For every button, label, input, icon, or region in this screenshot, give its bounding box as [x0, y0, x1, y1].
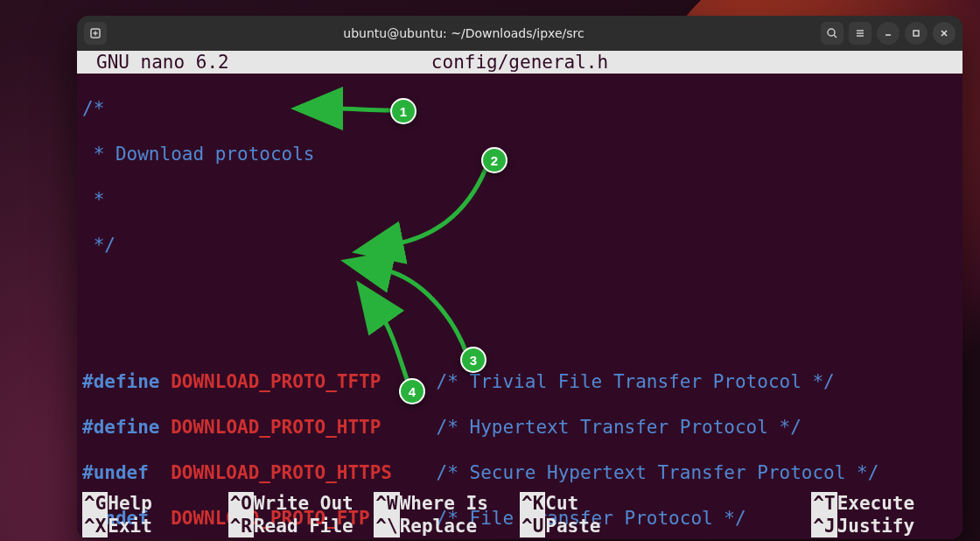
search-button[interactable] — [821, 22, 844, 45]
shortcut-whereis: ^W Where Is — [374, 492, 520, 515]
menu-button[interactable] — [849, 22, 872, 45]
shortcut-exit: ^X Exit — [82, 515, 228, 537]
shortcut-help: ^G Help — [82, 492, 228, 515]
shortcut-writeout: ^O Write Out — [228, 492, 374, 515]
nano-header: GNU nano 6.2 config/general.h — [77, 51, 962, 74]
shortcut-justify: ^J Justify — [811, 515, 957, 537]
terminal-window: ubuntu@ubuntu: ~/Downloads/ipxe/src GNU … — [77, 16, 962, 539]
shortcut-replace: ^\ Replace — [374, 515, 520, 537]
minimize-button[interactable] — [877, 22, 900, 45]
maximize-button[interactable] — [905, 22, 928, 45]
svg-rect-9 — [914, 31, 919, 36]
new-tab-button[interactable] — [84, 22, 107, 45]
shortcut-paste: ^U Paste — [520, 515, 666, 537]
svg-line-4 — [834, 35, 836, 38]
nano-shortcut-bar: ^G Help ^O Write Out ^W Where Is ^K Cut … — [77, 492, 962, 539]
svg-point-3 — [828, 29, 835, 36]
nano-editor-label: GNU nano 6.2 — [79, 51, 229, 74]
shortcut-cut: ^K Cut — [520, 492, 666, 515]
window-title: ubuntu@ubuntu: ~/Downloads/ipxe/src — [112, 26, 816, 40]
close-button[interactable] — [933, 22, 956, 45]
titlebar: ubuntu@ubuntu: ~/Downloads/ipxe/src — [77, 16, 962, 51]
shortcut-readfile: ^R Read File — [228, 515, 374, 537]
shortcut-execute: ^T Execute — [811, 492, 957, 515]
code-area: /* * Download protocols * */ #define DOW… — [77, 74, 962, 539]
terminal-body[interactable]: GNU nano 6.2 config/general.h /* * Downl… — [77, 51, 962, 539]
